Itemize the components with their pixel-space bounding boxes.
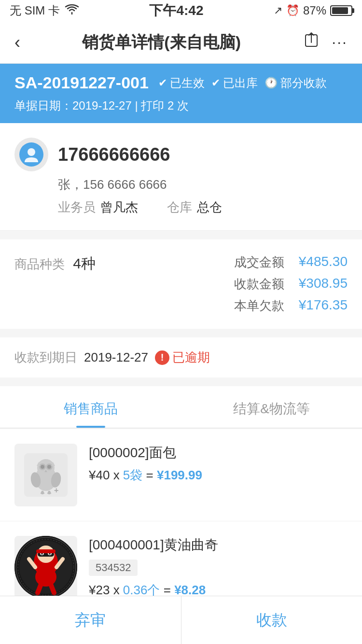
received-label: 收款金额 [234, 276, 284, 293]
time-text: 下午4:42 [149, 1, 203, 20]
customer-phone: 17666666666 [58, 144, 170, 165]
product-equals-2: = [164, 583, 174, 597]
more-button[interactable]: ··· [332, 33, 348, 51]
confirm-button[interactable]: 收款 [181, 596, 362, 644]
salesperson-value: 曾凡杰 [100, 199, 138, 216]
page-title: 销货单详情(来自电脑) [82, 31, 241, 54]
status-effective: ✔ 已生效 [158, 75, 205, 91]
status-left: 无 SIM 卡 [10, 3, 79, 18]
customer-name: 张，156 6666 6666 [58, 176, 348, 193]
alarm-icon: ⏰ [286, 4, 299, 17]
product-qty-1: 5袋 [123, 468, 142, 482]
cancel-label: 弃审 [75, 610, 106, 631]
product-total-1: ¥199.99 [157, 468, 202, 482]
product-multiply-1: x [113, 468, 123, 482]
svg-text:+: + [54, 486, 58, 494]
product-info-2: [000400001]黄油曲奇 534532 ¥23 x 0.36个 = ¥8.… [89, 536, 348, 599]
product-info-1: [0000002]面包 ¥40 x 5袋 = ¥199.99 [89, 444, 348, 484]
product-name-1: [0000002]面包 [89, 444, 348, 462]
product-qty-2: 0.36个 [123, 583, 160, 597]
order-number: SA-20191227-001 [14, 73, 149, 92]
svg-point-31 [35, 567, 56, 587]
back-button[interactable]: ‹ [14, 32, 20, 53]
product-total-2: ¥8.28 [174, 583, 206, 597]
product-count: 商品种类 4种 [14, 254, 96, 274]
order-status-row: SA-20191227-001 ✔ 已生效 ✔ 已出库 🕐 部分收款 [14, 73, 348, 92]
stats-section: 商品种类 4种 成交金额 ¥485.30 收款金额 ¥308.95 本单欠款 ¥… [0, 239, 362, 329]
salesperson-label: 业务员 [58, 199, 96, 216]
warehouse-row: 仓库 总仓 [167, 199, 222, 216]
confirm-label: 收款 [256, 610, 287, 631]
order-date-row: 单据日期：2019-12-27 | 打印 2 次 [14, 98, 348, 113]
check-icon-1: ✔ [158, 77, 167, 89]
product-count-value: 4种 [73, 255, 96, 271]
svg-rect-30 [36, 549, 56, 553]
product-list: + [0000002]面包 ¥40 x 5袋 = ¥199.99 [0, 429, 362, 614]
nav-actions: ··· [303, 32, 348, 53]
location-icon: ↗ [274, 4, 282, 17]
due-date-value: 2019-12-27 [84, 350, 148, 365]
due-date-label: 收款到期日 [14, 349, 77, 366]
product-thumb-2 [14, 536, 77, 599]
svg-line-35 [51, 584, 54, 593]
status-right: ↗ ⏰ 87% [274, 4, 352, 17]
order-header: SA-20191227-001 ✔ 已生效 ✔ 已出库 🕐 部分收款 单据日期：… [0, 64, 362, 123]
tab-settlement[interactable]: 结算&物流等 [181, 386, 362, 428]
warehouse-value: 总仓 [197, 199, 222, 216]
product-count-label: 商品种类 [14, 257, 65, 271]
customer-top: 17666666666 [14, 138, 348, 171]
deal-label: 成交金额 [234, 254, 284, 271]
received-amount-row: 收款金额 ¥308.95 [234, 276, 348, 293]
tabs-section: 销售商品 结算&物流等 [0, 386, 362, 428]
warehouse-label: 仓库 [167, 199, 192, 216]
product-base-price-1: ¥40 [89, 468, 110, 482]
clock-icon: 🕐 [265, 77, 278, 89]
check-icon-2: ✔ [211, 77, 220, 89]
product-thumb-1: + [14, 444, 77, 506]
status-tags: ✔ 已生效 ✔ 已出库 🕐 部分收款 [158, 75, 327, 91]
svg-point-8 [47, 465, 51, 469]
nav-bar: ‹ 销货单详情(来自电脑) ··· [0, 21, 362, 64]
overdue-text: 已逾期 [172, 349, 210, 366]
battery-percent: 87% [303, 4, 326, 17]
customer-staff: 业务员 曾凡杰 仓库 总仓 [58, 199, 348, 216]
svg-point-1 [28, 148, 35, 156]
person-icon [23, 146, 40, 163]
salesperson-row: 业务员 曾凡杰 [58, 199, 138, 216]
table-row[interactable]: + [0000002]面包 ¥40 x 5袋 = ¥199.99 [0, 429, 362, 521]
svg-line-34 [38, 584, 41, 593]
deal-amount-row: 成交金额 ¥485.30 [234, 254, 348, 271]
received-value: ¥308.95 [299, 276, 348, 293]
debt-value: ¥176.35 [299, 297, 348, 314]
product-equals-1: = [146, 468, 157, 482]
customer-section: 17666666666 张，156 6666 6666 业务员 曾凡杰 仓库 总… [0, 123, 362, 231]
status-partial-payment: 🕐 部分收款 [265, 75, 327, 91]
debt-label: 本单欠款 [234, 297, 284, 314]
product-base-price-2: ¥23 [89, 583, 110, 597]
product-name-2: [000400001]黄油曲奇 [89, 536, 348, 554]
tab-sales-products[interactable]: 销售商品 [0, 386, 181, 428]
tab-sales-products-label: 销售商品 [64, 401, 118, 416]
bottom-bar: 弃审 收款 [0, 596, 362, 644]
overdue-icon: ! [155, 350, 169, 365]
share-button[interactable] [303, 32, 320, 53]
status-bar: 无 SIM 卡 下午4:42 ↗ ⏰ 87% [0, 0, 362, 21]
amount-stats: 成交金额 ¥485.30 收款金额 ¥308.95 本单欠款 ¥176.35 [234, 254, 348, 314]
battery-icon [330, 5, 352, 16]
product-image-2 [14, 536, 77, 599]
avatar [14, 138, 48, 171]
overdue-badge: ! 已逾期 [155, 349, 210, 366]
carrier-text: 无 SIM 卡 [10, 3, 60, 18]
svg-point-7 [41, 465, 44, 469]
cancel-button[interactable]: 弃审 [0, 596, 181, 644]
deal-value: ¥485.30 [299, 254, 348, 271]
product-multiply-2: x [113, 583, 123, 597]
status-shipped: ✔ 已出库 [211, 75, 258, 91]
order-date: 单据日期：2019-12-27 | 打印 2 次 [14, 99, 189, 112]
product-placeholder-icon: + [24, 453, 68, 497]
product-tag-2: 534532 [89, 560, 138, 576]
debt-amount-row: 本单欠款 ¥176.35 [234, 297, 348, 314]
tab-settlement-label: 结算&物流等 [233, 401, 310, 416]
wifi-icon [65, 4, 79, 17]
product-price-1: ¥40 x 5袋 = ¥199.99 [89, 467, 348, 484]
